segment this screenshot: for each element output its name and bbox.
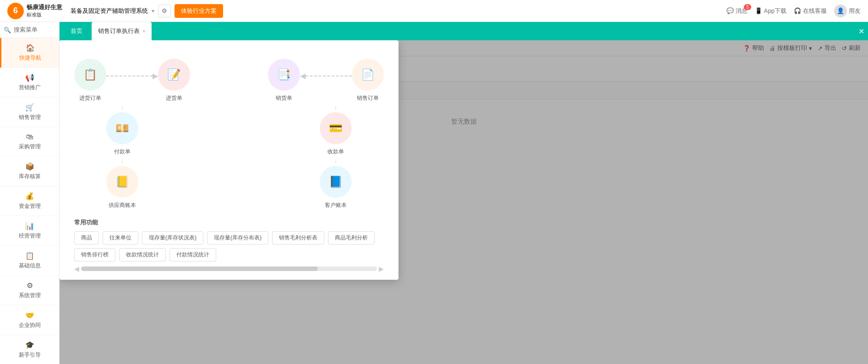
online-service-button[interactable]: 🎧 在线客服 (794, 7, 827, 15)
payment-label: 付款单 (114, 148, 131, 156)
system-name: 装备及固定资产辅助管理系统 (71, 7, 148, 15)
settings-button[interactable]: ⚙ (158, 5, 171, 17)
sales-order-label: 销售订单 (357, 94, 379, 102)
receipt-icon: 💳 (320, 112, 352, 144)
app-download-button[interactable]: 📱 App下载 (755, 7, 786, 15)
sales-receipt-icon: 📑 (268, 59, 300, 91)
sidebar: 🔍 搜索菜单 🏠 快捷导航 📢 营销推广 🛒 销售管理 🛍 采购管理 📦 (0, 22, 60, 364)
phone-icon: 📱 (755, 7, 762, 14)
sidebar-item-quick-nav[interactable]: 🏠 快捷导航 (0, 38, 59, 68)
tab-sales-order[interactable]: 销售订单执行表 × (92, 22, 152, 40)
message-badge: 5 (744, 4, 751, 10)
logo-area: 6 畅康通好生意 标准版 (7, 3, 67, 19)
arrow-down-payment: ↓ (106, 104, 138, 110)
customer-ledger-icon: 📘 (320, 166, 352, 198)
arrow-down-supplier: ↓ (106, 158, 138, 164)
flow-node-receipt[interactable]: 💳 收款单 (320, 112, 352, 156)
main-content: ❓ 帮助 🖨 按模板打印 ▾ ↗ 导出 (60, 40, 868, 364)
graduation-icon: 🎓 (25, 341, 34, 349)
search-icon: 🔍 (4, 27, 11, 33)
user-avatar[interactable]: 👤 用友 (834, 5, 861, 17)
headset-icon: 🎧 (794, 7, 801, 14)
flow-node-sales-order[interactable]: 📄 销售订单 (352, 59, 384, 102)
flow-node-sales-receipt[interactable]: 📑 销货单 (268, 59, 300, 102)
receipt-label: 收款单 (328, 148, 344, 156)
func-btn-stock-status[interactable]: 现存量(库存状况表) (142, 231, 203, 244)
arrow-down-receipt: ↓ (320, 104, 352, 110)
sidebar-item-inventory[interactable]: 📦 库存核算 (0, 157, 59, 186)
purchase-receipt-label: 进货单 (166, 94, 182, 102)
func-btn-sales-ranking[interactable]: 销售排行榜 (74, 248, 115, 261)
func-btn-product[interactable]: 商品 (74, 231, 99, 244)
handshake-icon: 🤝 (25, 311, 34, 320)
window-close-button[interactable]: ✕ (858, 27, 864, 36)
sidebar-item-operations[interactable]: 📊 经营管理 (0, 216, 59, 246)
popup-overlay: 📋 进货订单 ▶ (60, 40, 868, 364)
sidebar-item-purchase[interactable]: 🛍 采购管理 (0, 127, 59, 157)
flow-node-supplier-ledger[interactable]: 📒 供应商账本 (106, 166, 138, 209)
flow-node-payment[interactable]: 💴 付款单 (106, 112, 138, 156)
search-menu-button[interactable]: 🔍 搜索菜单 (0, 22, 59, 38)
sidebar-item-marketing[interactable]: 📢 营销推广 (0, 68, 59, 98)
sidebar-item-sales[interactable]: 🛒 销售管理 (0, 98, 59, 127)
flow-node-purchase-receipt[interactable]: 📝 进货单 (158, 59, 190, 102)
func-buttons-row1: 商品 往来单位 现存量(库存状况表) 现存量(库存分布表) 销售毛利分析表 商品… (74, 231, 384, 244)
experience-button[interactable]: 体验行业方案 (175, 4, 223, 18)
common-functions-section: 常用功能 商品 往来单位 现存量(库存状况表) 现存量(库存分布表) 销售毛利分… (74, 218, 384, 261)
logo-text: 畅康通好生意 标准版 (27, 4, 62, 18)
clipboard-icon: 📋 (25, 251, 34, 260)
customer-ledger-label: 客户账本 (325, 201, 347, 209)
flow-node-purchase-order[interactable]: 📋 进货订单 (74, 59, 106, 102)
payment-icon: 💴 (106, 112, 138, 144)
sidebar-item-basic-info[interactable]: 📋 基础信息 (0, 246, 59, 276)
sidebar-item-enterprise[interactable]: 🤝 企业协同 (0, 305, 59, 335)
flow-node-customer-ledger[interactable]: 📘 客户账本 (320, 166, 352, 209)
avatar-icon: 👤 (834, 5, 847, 17)
supplier-ledger-icon: 📒 (106, 166, 138, 198)
scroll-left-button[interactable]: ◀ (74, 265, 79, 272)
purchase-receipt-icon: 📝 (158, 59, 190, 91)
box-icon: 📦 (25, 162, 34, 171)
system-dropdown-arrow[interactable]: ▾ (152, 8, 154, 14)
scroll-right-button[interactable]: ▶ (379, 265, 384, 272)
content-area: 首页 销售订单执行表 × ✕ ❓ 帮助 (60, 22, 868, 364)
gear-icon: ⚙ (27, 281, 33, 290)
func-btn-receipt-stats[interactable]: 收款情况统计 (119, 248, 166, 261)
money-icon: 💰 (25, 192, 34, 201)
sales-order-icon: 📄 (352, 59, 384, 91)
message-button[interactable]: 💬 消息 5 (726, 7, 748, 15)
logo-icon: 6 (7, 3, 24, 19)
tab-bar: 首页 销售订单执行表 × ✕ (60, 22, 868, 40)
purchase-order-label: 进货订单 (79, 94, 101, 102)
sales-receipt-label: 销货单 (276, 94, 292, 102)
supplier-ledger-label: 供应商账本 (109, 201, 136, 209)
scroll-thumb (81, 266, 318, 271)
top-right-area: 💬 消息 5 📱 App下载 🎧 在线客服 👤 用友 (726, 5, 861, 17)
sidebar-item-newbie[interactable]: 🎓 新手引导 (0, 335, 59, 364)
bag-icon: 🛍 (26, 133, 33, 141)
arrow-down-customer: ↓ (320, 158, 352, 164)
megaphone-icon: 📢 (25, 73, 34, 82)
sidebar-item-system[interactable]: ⚙ 系统管理 (0, 276, 59, 305)
func-buttons-row2: 销售排行榜 收款情况统计 付款情况统计 (74, 248, 384, 261)
func-btn-contacts[interactable]: 往来单位 (103, 231, 138, 244)
chart-icon: 📊 (25, 222, 34, 230)
quick-nav-popup: 📋 进货订单 ▶ (60, 40, 399, 280)
func-btn-product-gross[interactable]: 商品毛利分析 (328, 231, 375, 244)
home-icon: 🏠 (26, 43, 35, 52)
common-functions-title: 常用功能 (74, 218, 384, 227)
tab-home[interactable]: 首页 (63, 22, 90, 40)
system-title: 装备及固定资产辅助管理系统 ▾ (71, 7, 154, 15)
purchase-order-icon: 📋 (74, 59, 106, 91)
message-icon: 💬 (726, 7, 734, 14)
func-btn-payment-stats[interactable]: 付款情况统计 (169, 248, 216, 261)
func-btn-sales-gross[interactable]: 销售毛利分析表 (272, 231, 324, 244)
func-btn-stock-dist[interactable]: 现存量(库存分布表) (207, 231, 268, 244)
cart-icon: 🛒 (25, 103, 34, 112)
tab-close-button[interactable]: × (142, 28, 145, 34)
sidebar-item-finance[interactable]: 💰 资金管理 (0, 186, 59, 216)
